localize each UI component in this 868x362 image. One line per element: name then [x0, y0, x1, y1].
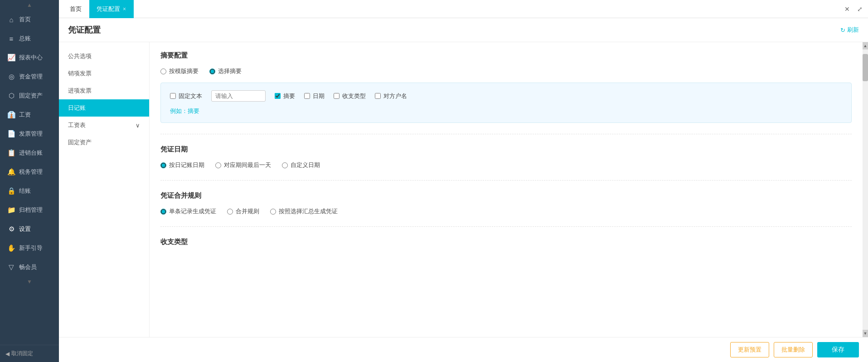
purchase-sales-icon: 📋	[7, 149, 15, 157]
tax-icon: 🔔	[7, 168, 15, 176]
left-nav-purchase-invoice[interactable]: 进项发票	[59, 82, 149, 99]
sidebar-item-report-center[interactable]: 📈 报表中心	[0, 48, 59, 67]
left-nav-payroll-table[interactable]: 工资表 ∨	[59, 117, 149, 134]
batch-delete-button[interactable]: 批量删除	[774, 342, 813, 357]
sidebar-item-close-accounts[interactable]: 🔒 结账	[0, 181, 59, 201]
page-header: 凭证配置 ↻ 刷新	[59, 18, 868, 42]
sidebar-scroll-up[interactable]: ▲	[0, 0, 59, 10]
radio-last-day[interactable]: 对应期间最后一天	[215, 161, 271, 169]
bottom-bar: 更新预置 批量删除 保存	[59, 337, 868, 362]
chevron-down-icon: ∨	[136, 122, 140, 129]
checkbox-income-type[interactable]: 收支类型	[334, 92, 366, 100]
merge-rules-title: 凭证合并规则	[160, 191, 852, 200]
sidebar-scroll-down[interactable]: ▼	[0, 277, 59, 287]
body-area: 公共选项 销项发票 进项发票 日记账 工资表 ∨ 固定资产	[59, 42, 868, 337]
sidebar-item-home[interactable]: ⌂ 首页	[0, 10, 59, 29]
radio-single-record[interactable]: 单条记录生成凭证	[160, 207, 216, 215]
fund-icon: ◎	[7, 73, 15, 81]
sidebar-item-new-guide[interactable]: ✋ 新手引导	[0, 239, 59, 258]
sidebar-item-tax-management[interactable]: 🔔 税务管理	[0, 162, 59, 181]
summary-config-detail: 固定文本 摘要 日期	[160, 83, 852, 123]
window-maximize-button[interactable]: ⤢	[855, 4, 864, 15]
radio-merge-rule[interactable]: 合并规则	[227, 207, 259, 215]
radio-batch-generate[interactable]: 按照选择汇总生成凭证	[270, 207, 338, 215]
scroll-thumb[interactable]	[863, 54, 868, 81]
refresh-button[interactable]: ↻ 刷新	[840, 26, 859, 34]
pin-icon: ◀	[5, 351, 10, 357]
sidebar-item-purchase-sales[interactable]: 📋 进销台账	[0, 143, 59, 162]
window-close-button[interactable]: ✕	[843, 4, 852, 15]
radio-select-summary[interactable]: 选择摘要	[209, 67, 242, 75]
fixed-text-input[interactable]	[211, 90, 266, 102]
summary-config-section: 摘要配置 按模版摘要 选择摘要	[160, 51, 852, 134]
merge-rules-radio-group: 单条记录生成凭证 合并规则 按照选择汇总生成凭证	[160, 207, 852, 215]
refresh-icon: ↻	[840, 27, 845, 34]
vertical-scrollbar[interactable]: ▲ ▼	[863, 42, 868, 337]
summary-config-title: 摘要配置	[160, 51, 852, 60]
general-ledger-icon: ≡	[7, 35, 15, 43]
example-text: 例如：摘要	[170, 107, 842, 115]
archive-icon: 📁	[7, 206, 15, 214]
new-guide-icon: ✋	[7, 244, 15, 252]
voucher-date-radio-group: 按日记账日期 对应期间最后一天 自定义日期	[160, 161, 852, 169]
invoice-icon: 📄	[7, 130, 15, 138]
tab-close-icon[interactable]: ×	[123, 6, 126, 12]
report-icon: 📈	[7, 54, 15, 62]
sidebar: ▲ ⌂ 首页 ≡ 总账 📈 报表中心 ◎ 资金管理 ⬡ 固定资产 👔 工资 📄 …	[0, 0, 59, 362]
tab-voucher-config[interactable]: 凭证配置 ×	[89, 0, 134, 18]
sidebar-item-general-ledger[interactable]: ≡ 总账	[0, 29, 59, 48]
cancel-fixed-button[interactable]: ◀ 取消固定	[0, 345, 59, 362]
sidebar-item-invoice-management[interactable]: 📄 发票管理	[0, 124, 59, 143]
content-wrapper: 凭证配置 ↻ 刷新 公共选项 销项发票 进项发票 日记账	[59, 18, 868, 362]
sidebar-item-archive-management[interactable]: 📁 归档管理	[0, 201, 59, 220]
member-icon: ▽	[7, 263, 15, 271]
radio-by-journal[interactable]: 按日记账日期	[160, 161, 204, 169]
payroll-icon: 👔	[7, 111, 15, 119]
checkbox-row: 固定文本 摘要 日期	[170, 90, 842, 102]
sidebar-item-fund-management[interactable]: ◎ 资金管理	[0, 67, 59, 86]
page-title: 凭证配置	[68, 24, 101, 35]
left-nav-journal[interactable]: 日记账	[59, 99, 149, 117]
tab-home[interactable]: 首页	[63, 0, 89, 18]
radio-custom-date[interactable]: 自定义日期	[282, 161, 320, 169]
sidebar-item-member[interactable]: ▽ 畅会员	[0, 258, 59, 277]
checkbox-fixed-text[interactable]: 固定文本	[170, 92, 202, 100]
home-icon: ⌂	[7, 16, 15, 24]
tab-bar: 首页 凭证配置 × ✕ ⤢	[59, 0, 868, 18]
save-button[interactable]: 保存	[817, 342, 859, 357]
merge-rules-section: 凭证合并规则 单条记录生成凭证 合并规则 按照选择汇总生成凭证	[160, 191, 852, 227]
scroll-track	[863, 49, 868, 330]
settings-icon: ⚙	[7, 225, 15, 233]
close-accounts-icon: 🔒	[7, 187, 15, 195]
income-type-section: 收支类型	[160, 238, 852, 264]
checkbox-summary[interactable]: 摘要	[275, 92, 295, 100]
checkbox-date[interactable]: 日期	[304, 92, 325, 100]
sidebar-item-settings[interactable]: ⚙ 设置	[0, 220, 59, 239]
main-area: 首页 凭证配置 × ✕ ⤢ 凭证配置 ↻ 刷新 公共选项	[59, 0, 868, 362]
left-nav-fixed-assets[interactable]: 固定资产	[59, 134, 149, 151]
right-content: 摘要配置 按模版摘要 选择摘要	[150, 42, 863, 337]
update-preview-button[interactable]: 更新预置	[730, 342, 769, 357]
fixed-assets-icon: ⬡	[7, 92, 15, 100]
voucher-date-section: 凭证日期 按日记账日期 对应期间最后一天 自定义日期	[160, 145, 852, 181]
left-nav-public-options[interactable]: 公共选项	[59, 48, 149, 65]
sidebar-item-fixed-assets[interactable]: ⬡ 固定资产	[0, 86, 59, 105]
scroll-up-btn[interactable]: ▲	[863, 42, 868, 49]
left-nav-sales-invoice[interactable]: 销项发票	[59, 65, 149, 82]
tab-bar-actions: ✕ ⤢	[843, 4, 864, 15]
left-nav: 公共选项 销项发票 进项发票 日记账 工资表 ∨ 固定资产	[59, 42, 150, 337]
checkbox-counterpart[interactable]: 对方户名	[375, 92, 407, 100]
scroll-down-btn[interactable]: ▼	[863, 330, 868, 337]
sidebar-item-payroll[interactable]: 👔 工资	[0, 105, 59, 124]
voucher-date-title: 凭证日期	[160, 145, 852, 154]
summary-radio-group: 按模版摘要 选择摘要	[160, 67, 852, 75]
radio-template-summary[interactable]: 按模版摘要	[160, 67, 199, 75]
income-type-title: 收支类型	[160, 238, 852, 246]
